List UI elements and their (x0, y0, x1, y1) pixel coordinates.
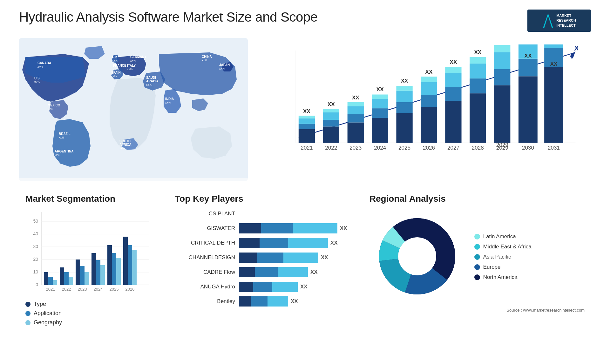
svg-rect-26 (299, 124, 315, 129)
regional-legend-latin: Latin America (474, 233, 532, 240)
svg-rect-62 (470, 64, 486, 78)
svg-text:xx%: xx% (202, 59, 207, 62)
svg-text:2022: 2022 (325, 145, 337, 151)
donut-svg-wrap (369, 209, 465, 305)
seg-chart-area: 0 10 20 30 40 50 (25, 209, 152, 298)
japan-label: JAPAN (219, 63, 230, 67)
player-name-csiplant: CSIPLANT (175, 211, 235, 217)
svg-rect-48 (396, 86, 412, 91)
svg-text:20: 20 (33, 257, 38, 262)
dot-mea (474, 244, 480, 250)
svg-text:2024: 2024 (374, 145, 386, 151)
header: Hydraulic Analysis Software Market Size … (19, 10, 591, 32)
svg-rect-31 (323, 120, 339, 126)
svg-rect-35 (348, 123, 364, 143)
logo-box: MARKET RESEARCH INTELLECT (527, 10, 591, 32)
svg-rect-109 (76, 260, 80, 285)
svg-text:2021: 2021 (301, 145, 313, 151)
player-name-bentley: Bentley (175, 298, 235, 305)
svg-text:2025: 2025 (110, 287, 119, 292)
dot-northam (474, 274, 480, 280)
svg-rect-68 (494, 45, 510, 52)
svg-text:XX: XX (303, 108, 310, 114)
legend-geography: Geography (25, 319, 152, 326)
svg-text:xx%: xx% (55, 153, 60, 157)
svg-text:XX: XX (425, 69, 433, 75)
svg-text:XX: XX (352, 95, 359, 101)
regional-legend-mea: Middle East & Africa (474, 244, 532, 250)
svg-text:xx%: xx% (146, 83, 152, 86)
svg-text:10: 10 (33, 269, 38, 274)
player-bar-bentley: XX (239, 296, 347, 307)
svg-text:xx%: xx% (119, 147, 125, 150)
legend-label-type: Type (34, 301, 46, 307)
svg-text:xx%: xx% (113, 68, 119, 71)
svg-text:ARABIA: ARABIA (146, 79, 159, 83)
svg-rect-27 (299, 118, 315, 124)
player-row-bentley: Bentley XX (175, 296, 347, 307)
player-bar-csiplant (239, 209, 347, 219)
svg-rect-63 (470, 57, 486, 64)
world-map-svg: CANADA xx% U.S. xx% MEXICO xx% BRAZIL xx… (19, 38, 248, 178)
svg-rect-104 (48, 277, 53, 285)
svg-rect-58 (445, 67, 461, 73)
svg-rect-56 (445, 87, 461, 101)
svg-text:2031: 2031 (548, 145, 560, 151)
india-label: INDIA (165, 97, 174, 101)
svg-text:2023: 2023 (349, 145, 362, 151)
germany-label: GERMANY (130, 55, 146, 59)
player-row-channeldesign: CHANNELDESIGN XX (175, 253, 347, 263)
canada-label: CANADA (37, 61, 51, 65)
svg-text:xx%: xx% (165, 101, 171, 104)
svg-rect-46 (396, 102, 412, 113)
svg-text:40: 40 (33, 231, 38, 236)
svg-rect-40 (372, 118, 388, 143)
dot-latin (474, 234, 480, 239)
dot-asia (474, 254, 480, 260)
svg-text:0: 0 (36, 282, 38, 287)
svg-rect-51 (421, 95, 437, 107)
svg-rect-70 (518, 76, 538, 143)
svg-rect-50 (421, 107, 437, 143)
svg-text:XX: XX (328, 101, 335, 107)
svg-rect-61 (470, 78, 486, 93)
svg-rect-119 (128, 245, 132, 285)
svg-text:XX: XX (376, 86, 384, 92)
page-container: Hydraulic Analysis Software Market Size … (0, 0, 610, 364)
svg-text:xx%: xx% (111, 75, 117, 78)
player-row-anugahydro: ANUGA Hydro XX (175, 282, 347, 292)
svg-rect-106 (60, 267, 64, 285)
player-bar-giswater: XX (239, 223, 347, 233)
svg-rect-71 (518, 59, 538, 77)
players-list: CSIPLANT GISWATER XX (175, 209, 347, 307)
spain-label: SPAIN (111, 71, 121, 74)
svg-rect-108 (69, 277, 73, 285)
argentina-label: ARGENTINA (55, 150, 73, 153)
svg-text:xx%: xx% (127, 68, 132, 71)
legend-dot-application (25, 311, 30, 316)
donut-area: Latin America Middle East & Africa Asia … (369, 209, 585, 305)
southafrica-label: SOUTH (119, 139, 131, 143)
svg-rect-114 (100, 265, 105, 285)
regional-legend-asia: Asia Pacific (474, 254, 532, 260)
segmentation-title: Market Segmentation (25, 194, 152, 204)
svg-text:XX: XX (525, 53, 532, 59)
svg-text:30: 30 (33, 244, 38, 249)
saudi-label: SAUDI (146, 76, 156, 79)
svg-text:xx%: xx% (112, 59, 118, 62)
svg-text:2029: 2029 (496, 145, 508, 151)
svg-rect-117 (116, 258, 121, 285)
svg-rect-45 (396, 113, 412, 143)
svg-text:XX: XX (401, 78, 408, 84)
player-row-csiplant: CSIPLANT (175, 209, 347, 219)
china-label: CHINA (202, 55, 212, 58)
svg-rect-28 (299, 116, 315, 118)
label-asia: Asia Pacific (483, 254, 511, 260)
svg-rect-105 (53, 280, 57, 285)
svg-rect-65 (494, 85, 510, 143)
svg-rect-116 (112, 253, 116, 285)
svg-text:2022: 2022 (62, 287, 71, 292)
bar-chart-container: XX XX XX XX (261, 38, 591, 181)
player-bar-anugahydro: XX (239, 282, 347, 292)
mexico-label: MEXICO (48, 104, 60, 107)
